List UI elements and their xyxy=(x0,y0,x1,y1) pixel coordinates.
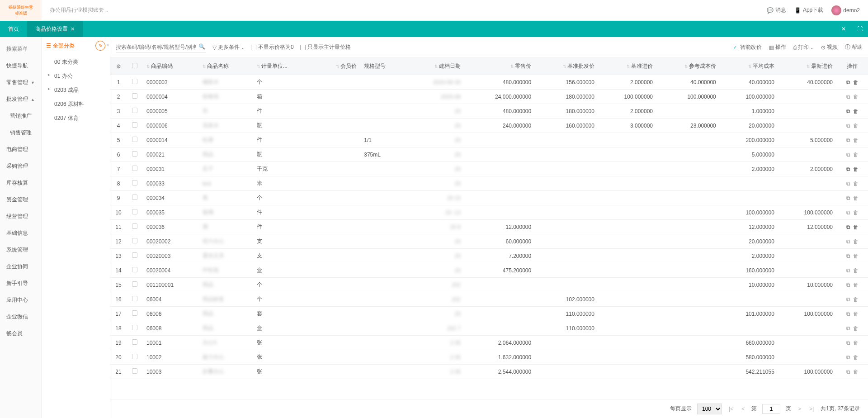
row-checkbox[interactable] xyxy=(132,267,137,272)
row-checkbox[interactable] xyxy=(132,238,137,243)
col-unit[interactable]: ⇅计量单位... xyxy=(253,58,315,75)
delete-icon[interactable]: 🗑 xyxy=(853,180,859,187)
workspace-title[interactable]: 办公用品行业模拟账套 ⌄ xyxy=(50,6,767,14)
prev-page-button[interactable]: < xyxy=(740,406,746,412)
table-row[interactable]: 5 0000014 杜康 件 1/1 20 200.000000 5.00000… xyxy=(110,133,868,147)
copy-icon[interactable]: ⧉ xyxy=(846,267,850,274)
table-row[interactable]: 7 000031 瓜子 千克 20 2.000000 2.000000 ⧉🗑 xyxy=(110,162,868,176)
copy-icon[interactable]: ⧉ xyxy=(846,282,850,288)
table-scroll[interactable]: ⚙ ⇅商品编码 ⇅商品名称 ⇅计量单位... ⇅会员价 规格型号 ⇅建档日期 ⇅… xyxy=(110,58,868,399)
copy-icon[interactable]: ⧉ xyxy=(846,166,850,172)
row-checkbox[interactable] xyxy=(132,296,137,301)
copy-icon[interactable]: ⧉ xyxy=(846,296,850,303)
help-button[interactable]: ⓘ 帮助 xyxy=(845,43,863,51)
app-download-button[interactable]: 📱 App下载 xyxy=(794,6,823,14)
sidebar-item[interactable]: 企业微信 xyxy=(0,309,41,325)
search-input[interactable] xyxy=(116,42,206,52)
close-icon[interactable]: ✕ xyxy=(71,26,75,32)
sidebar-item[interactable]: 应用中心 xyxy=(0,292,41,309)
sidebar-item[interactable]: 销售管理 xyxy=(0,124,41,141)
row-checkbox[interactable] xyxy=(132,195,137,200)
smart-price-toggle[interactable]: 智能改价 xyxy=(733,43,762,51)
col-spec[interactable]: 规格型号 xyxy=(360,58,407,75)
col-latest[interactable]: ⇅最新进价 xyxy=(778,58,836,75)
delete-icon[interactable]: 🗑 xyxy=(853,209,859,216)
delete-icon[interactable]: 🗑 xyxy=(853,296,859,303)
sidebar-item[interactable]: 经营管理 xyxy=(0,208,41,225)
col-ref-cost[interactable]: ⇅参考成本价 xyxy=(656,58,720,75)
delete-icon[interactable]: 🗑 xyxy=(853,195,859,201)
copy-icon[interactable]: ⧉ xyxy=(846,369,850,375)
page-size-select[interactable]: 100 xyxy=(697,404,722,414)
delete-icon[interactable]: 🗑 xyxy=(853,325,859,332)
hide-zero-checkbox[interactable]: 不显示价格为0 xyxy=(251,43,294,51)
tree-node[interactable]: 00 未分类 xyxy=(46,55,105,69)
copy-icon[interactable]: ⧉ xyxy=(846,180,850,187)
sidebar-item[interactable]: 批发管理▲ xyxy=(0,91,41,108)
table-row[interactable]: 19 10001 办公A 张 2 05 2,064.000000 660.000… xyxy=(110,336,868,350)
table-row[interactable]: 10 000035 玻璃 件 20 -13 100.000000 100.000… xyxy=(110,205,868,220)
delete-icon[interactable]: 🗑 xyxy=(853,311,859,317)
copy-icon[interactable]: ⧉ xyxy=(846,94,850,100)
search-icon[interactable]: 🔍 xyxy=(198,43,205,50)
copy-icon[interactable]: ⧉ xyxy=(846,209,850,216)
sidebar-item[interactable]: 系统管理 xyxy=(0,242,41,258)
tab-price-settings[interactable]: 商品价格设置 ✕ xyxy=(27,21,83,37)
gear-icon[interactable]: ⚙ xyxy=(116,63,121,70)
table-row[interactable]: 21 10003 折叠办公 张 2 05 2,544.000000 542.21… xyxy=(110,365,868,379)
table-row[interactable]: 14 00020004 中性笔 盒 20 475.200000 160.0000… xyxy=(110,263,868,278)
tab-home[interactable]: 首页 xyxy=(0,21,27,37)
tree-node[interactable]: 0203 成品 xyxy=(46,83,105,97)
more-filters-button[interactable]: ▽ 更多条件 ⌄ xyxy=(212,43,245,51)
sidebar-item[interactable]: 资金管理 xyxy=(0,191,41,208)
sidebar-item[interactable]: 畅会员 xyxy=(0,325,41,342)
copy-icon[interactable]: ⧉ xyxy=(846,253,850,259)
sidebar-search[interactable]: 搜索菜单 xyxy=(0,41,41,57)
video-button[interactable]: ⊙ 视频 xyxy=(821,43,838,51)
delete-icon[interactable]: 🗑 xyxy=(853,166,859,172)
row-checkbox[interactable] xyxy=(132,151,137,157)
col-member[interactable]: ⇅会员价 xyxy=(315,58,360,75)
table-row[interactable]: 11 000036 测 件 20 8 12.000000 12.000000 1… xyxy=(110,220,868,234)
sidebar-item[interactable]: 营销推广 xyxy=(0,108,41,124)
row-checkbox[interactable] xyxy=(132,180,137,185)
row-checkbox[interactable] xyxy=(132,252,137,258)
close-all-tabs-button[interactable]: ✕ xyxy=(835,21,852,37)
collapse-tree-button[interactable]: « xyxy=(106,43,109,48)
first-page-button[interactable]: |< xyxy=(727,406,735,412)
row-checkbox[interactable] xyxy=(132,137,137,142)
delete-icon[interactable]: 🗑 xyxy=(853,253,859,259)
copy-icon[interactable]: ⧉ xyxy=(846,311,850,317)
copy-icon[interactable]: ⧉ xyxy=(846,108,850,114)
col-avg-cost[interactable]: ⇅平均成本 xyxy=(720,58,778,75)
delete-icon[interactable]: 🗑 xyxy=(853,79,859,86)
delete-icon[interactable]: 🗑 xyxy=(853,137,859,143)
tree-node[interactable]: 0207 体育 xyxy=(46,111,105,125)
table-row[interactable]: 13 00020003 晨光文具 支 20 7.200000 2.000000 … xyxy=(110,249,868,263)
delete-icon[interactable]: 🗑 xyxy=(853,282,859,288)
sidebar-item[interactable]: 快捷导航 xyxy=(0,57,41,74)
fullscreen-button[interactable]: ⛶ xyxy=(852,21,868,37)
sidebar-item[interactable]: 企业协同 xyxy=(0,258,41,275)
table-row[interactable]: 15 001100001 商品 个 202 10.000000 10.00000… xyxy=(110,278,868,292)
messages-button[interactable]: 💬 消息 xyxy=(767,6,786,14)
row-checkbox[interactable] xyxy=(132,310,137,316)
table-row[interactable]: 20 10002 扬力办公 张 2 05 1,632.000000 580.00… xyxy=(110,350,868,365)
col-date[interactable]: ⇅建档日期 xyxy=(407,58,464,75)
table-row[interactable]: 9 000034 奥 个 20 23 ⧉🗑 xyxy=(110,191,868,205)
col-name[interactable]: ⇅商品名称 xyxy=(199,58,253,75)
delete-icon[interactable]: 🗑 xyxy=(853,340,859,346)
table-row[interactable]: 18 06008 商品 盒 202 7 110.000000 ⧉🗑 xyxy=(110,321,868,336)
sidebar-item[interactable]: 零售管理▼ xyxy=(0,74,41,91)
copy-icon[interactable]: ⧉ xyxy=(846,340,850,346)
table-row[interactable]: 4 0000006 洗发水 瓶 20 240.000000 160.000000… xyxy=(110,119,868,133)
delete-icon[interactable]: 🗑 xyxy=(853,123,859,129)
copy-icon[interactable]: ⧉ xyxy=(846,137,850,143)
delete-icon[interactable]: 🗑 xyxy=(853,369,859,375)
table-row[interactable]: 3 0000005 衣 件 20 480.000000 180.000000 2… xyxy=(110,104,868,119)
tree-edit-button[interactable]: ✎ xyxy=(95,41,105,51)
table-row[interactable]: 16 06004 商品标签 个 202 102.000000 ⧉🗑 xyxy=(110,292,868,307)
row-checkbox[interactable] xyxy=(132,93,137,99)
delete-icon[interactable]: 🗑 xyxy=(853,152,859,158)
sidebar-item[interactable]: 电商管理 xyxy=(0,141,41,158)
